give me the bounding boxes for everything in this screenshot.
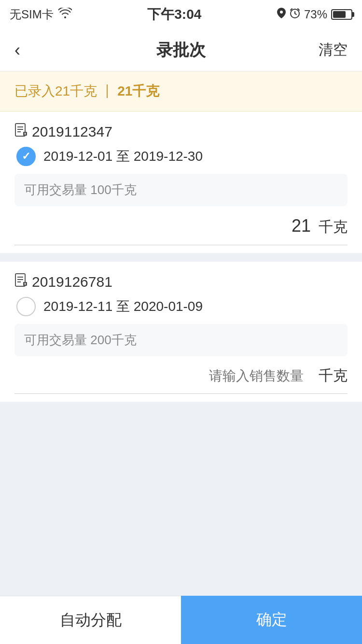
batch-doc-icon-2 [14, 273, 28, 290]
card-divider [0, 254, 362, 262]
batch-date-row-1[interactable]: ✓ 2019-12-01 至 2019-12-30 [14, 147, 348, 166]
batch-doc-icon-1 [14, 123, 28, 140]
check-icon-1: ✓ [22, 150, 30, 163]
svg-point-0 [280, 11, 283, 14]
batch-avail-box-1: 可用交易量 100千克 [14, 174, 348, 206]
carrier-text: 无SIM卡 [10, 7, 54, 22]
location-icon [277, 8, 286, 21]
quantity-input-row-2: 千克 [0, 356, 362, 393]
recorded-label: 已录入21千克 [14, 82, 97, 100]
back-button[interactable]: ‹ [14, 40, 43, 60]
page-title: 录批次 [156, 39, 206, 61]
quantity-unit-1: 千克 [319, 217, 348, 237]
bottom-buttons: 自动分配 确定 [0, 596, 362, 644]
quantity-input-2[interactable] [14, 368, 311, 384]
batch-avail-box-2: 可用交易量 200千克 [14, 324, 348, 356]
batch-card-2: 2019126781 2019-12-11 至 2020-01-09 可用交易量… [0, 262, 362, 402]
main-content: 2019112347 ✓ 2019-12-01 至 2019-12-30 可用交… [0, 112, 362, 644]
radio-1[interactable]: ✓ [16, 147, 36, 166]
radio-2[interactable] [16, 297, 36, 316]
battery-icon [331, 9, 352, 20]
status-time: 下午3:04 [147, 5, 201, 24]
empty-area [0, 403, 362, 596]
nav-bar: ‹ 录批次 清空 [0, 29, 362, 71]
clear-button[interactable]: 清空 [319, 40, 348, 60]
status-bar: 无SIM卡 下午3:04 73% [0, 0, 362, 29]
info-divider [107, 84, 108, 98]
battery-percent: 73% [304, 8, 327, 21]
info-banner: 已录入21千克 21千克 [0, 71, 362, 112]
quantity-row-1: 21 千克 [0, 206, 362, 245]
confirm-button[interactable]: 确定 [181, 596, 362, 644]
batch-avail-text-2: 可用交易量 200千克 [24, 333, 137, 347]
batch-date-row-2[interactable]: 2019-12-11 至 2020-01-09 [14, 297, 348, 316]
batch-id-1: 2019112347 [32, 124, 112, 140]
batch-id-row-1: 2019112347 [14, 123, 348, 140]
batch-id-row-2: 2019126781 [14, 273, 348, 290]
alarm-icon [290, 8, 300, 21]
status-right: 73% [277, 8, 352, 21]
batch-date-1: 2019-12-01 至 2019-12-30 [43, 147, 203, 166]
quantity-value-1: 21 [292, 216, 311, 236]
auto-distribute-button[interactable]: 自动分配 [0, 596, 181, 644]
recorded-value: 21千克 [117, 82, 159, 100]
batch-avail-text-1: 可用交易量 100千克 [24, 182, 137, 197]
status-left: 无SIM卡 [10, 7, 72, 22]
quantity-unit-2: 千克 [319, 366, 348, 386]
batch-card-1: 2019112347 ✓ 2019-12-01 至 2019-12-30 可用交… [0, 112, 362, 253]
batch-id-2: 2019126781 [32, 274, 112, 290]
wifi-icon [58, 8, 72, 21]
batch-date-2: 2019-12-11 至 2020-01-09 [43, 297, 203, 316]
